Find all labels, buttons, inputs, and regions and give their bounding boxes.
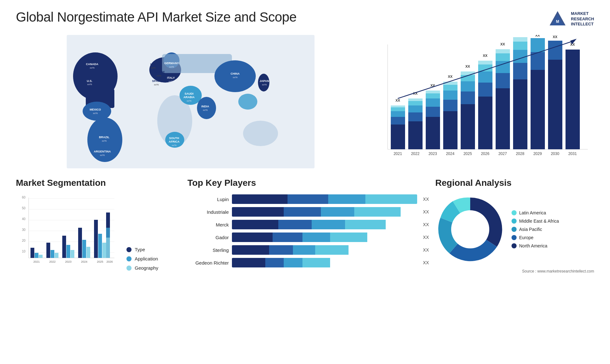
svg-text:50: 50 (22, 206, 26, 210)
svg-text:SOUTH: SOUTH (169, 137, 179, 140)
svg-text:FRANCE: FRANCE (153, 71, 165, 74)
svg-rect-95 (513, 79, 527, 149)
legend-dot-geography (126, 266, 132, 271)
legend-application: Application (126, 256, 158, 261)
svg-rect-141 (46, 243, 50, 258)
legend-type: Type (126, 247, 158, 252)
svg-rect-53 (391, 125, 405, 149)
svg-text:U.K.: U.K. (150, 63, 156, 66)
svg-text:XX: XX (483, 54, 488, 57)
bar-seg3 (321, 207, 354, 217)
svg-rect-147 (71, 250, 74, 258)
svg-text:GERMANY: GERMANY (164, 62, 179, 65)
player-bar-lupin (232, 194, 417, 204)
svg-rect-71 (443, 111, 458, 149)
bar-seg3 (312, 220, 345, 229)
svg-text:60: 60 (22, 196, 26, 199)
svg-rect-59 (408, 121, 423, 149)
svg-text:10: 10 (22, 250, 26, 253)
reg-dot-northam (512, 243, 517, 248)
page: Global Norgestimate API Market Size and … (0, 0, 610, 364)
reg-label-latin: Latin America (519, 210, 546, 215)
bar-seg1 (232, 245, 269, 255)
player-row-industriale: Industriale XX (187, 207, 429, 217)
svg-rect-69 (426, 91, 440, 93)
bar-seg1 (232, 233, 273, 242)
player-bar-merck (232, 220, 417, 229)
legend-dot-application (126, 256, 132, 261)
bar-seg2 (278, 220, 312, 229)
svg-text:XX: XX (465, 64, 470, 68)
svg-rect-99 (513, 37, 527, 42)
svg-text:M: M (556, 19, 559, 24)
reg-dot-mea (512, 219, 517, 224)
svg-point-161 (451, 210, 489, 248)
player-val-gedeon: XX (423, 260, 429, 265)
map-container: CANADA xx% U.S. xx% MEXICO xx% BRAZIL xx… (16, 35, 365, 168)
reg-item-apac: Asia Pacific (512, 227, 559, 232)
bar-seg4 (330, 233, 367, 242)
svg-rect-85 (478, 71, 492, 83)
svg-rect-89 (496, 88, 510, 149)
svg-text:2030: 2030 (551, 152, 559, 156)
segmentation-legend: Type Application Geography (126, 247, 158, 271)
bar-seg1 (232, 194, 288, 204)
player-bar-industriale (232, 207, 417, 217)
page-title: Global Norgestimate API Market Size and … (16, 10, 296, 25)
svg-text:ARABIA: ARABIA (184, 96, 195, 99)
svg-text:CHINA: CHINA (231, 72, 240, 75)
player-val-merck: XX (423, 222, 429, 227)
svg-text:20: 20 (22, 239, 26, 242)
segmentation-title: Market Segmentation (16, 178, 181, 188)
svg-text:xx%: xx% (233, 76, 237, 79)
legend-label-type: Type (135, 247, 145, 252)
svg-rect-154 (98, 234, 102, 258)
svg-rect-68 (426, 93, 440, 98)
svg-rect-149 (78, 228, 82, 258)
svg-rect-151 (86, 247, 90, 258)
player-name-gador: Gador (187, 235, 229, 240)
svg-rect-92 (496, 53, 510, 61)
svg-text:2025: 2025 (464, 152, 472, 156)
svg-text:2026: 2026 (481, 152, 490, 156)
reg-item-northam: North America (512, 243, 559, 248)
svg-text:xx%: xx% (100, 154, 105, 157)
svg-text:xx%: xx% (172, 144, 176, 147)
svg-text:2024: 2024 (446, 152, 455, 156)
svg-text:xx%: xx% (93, 112, 98, 115)
bar-seg4 (302, 258, 330, 267)
players-chart: Lupin XX Industriale (187, 194, 429, 267)
bar-seg3 (302, 233, 330, 242)
player-val-gador: XX (423, 235, 429, 240)
svg-text:2028: 2028 (516, 152, 525, 156)
svg-rect-98 (513, 42, 527, 50)
svg-rect-155 (102, 243, 106, 258)
donut-chart (435, 194, 505, 264)
bar-seg3 (284, 258, 302, 267)
svg-text:INDIA: INDIA (201, 105, 209, 108)
svg-text:xx%: xx% (156, 74, 161, 77)
svg-text:2023: 2023 (429, 152, 437, 156)
segmentation-chart: 60 50 40 30 20 10 (16, 194, 181, 271)
bar-seg2 (288, 194, 328, 204)
svg-rect-146 (66, 245, 70, 258)
svg-text:ITALY: ITALY (167, 76, 175, 79)
svg-text:XX: XX (518, 35, 523, 36)
svg-text:2021: 2021 (33, 260, 40, 263)
regional-area: Regional Analysis (435, 178, 594, 273)
svg-rect-55 (391, 111, 405, 117)
world-map-svg: CANADA xx% U.S. xx% MEXICO xx% BRAZIL xx… (16, 35, 365, 168)
svg-rect-102 (531, 52, 545, 70)
svg-text:xx%: xx% (203, 109, 207, 111)
legend-dot-type (126, 247, 132, 252)
regional-title: Regional Analysis (435, 178, 594, 188)
reg-label-europe: Europe (519, 235, 533, 240)
svg-text:JAPAN: JAPAN (260, 79, 269, 83)
svg-rect-143 (55, 253, 58, 258)
reg-dot-latin (512, 210, 517, 215)
reg-label-apac: Asia Pacific (519, 227, 542, 232)
bar-seg4 (365, 194, 417, 204)
svg-rect-73 (443, 91, 458, 100)
bar-seg3 (328, 194, 365, 204)
svg-text:MEXICO: MEXICO (90, 108, 101, 111)
